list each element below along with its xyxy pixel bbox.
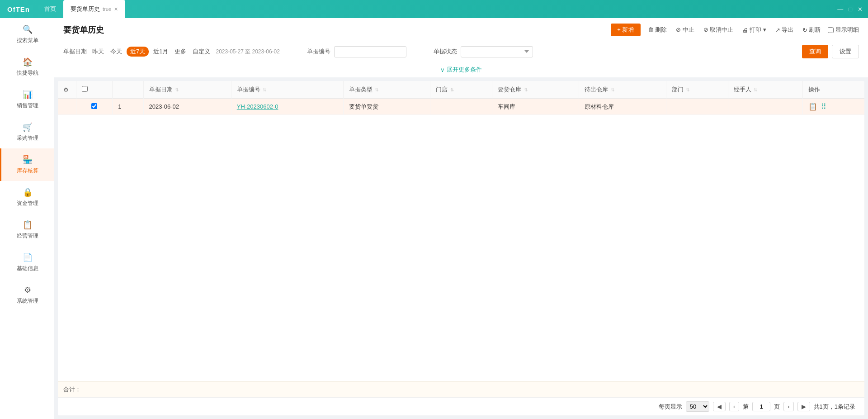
- pagination-bar: 每页显示 10 20 50 100 ◀ ‹ 第 页 › ▶ 共1页，1条记录: [58, 397, 864, 415]
- sidebar-item-purchase-mgmt[interactable]: 🛒 采购管理: [0, 116, 54, 148]
- view-action-icon[interactable]: 📋: [808, 102, 817, 111]
- table-container: ⚙ 单据日期 ⇅ 单据编号 ⇅: [58, 81, 864, 415]
- first-page-btn[interactable]: ◀: [713, 402, 726, 411]
- inventory-icon: 🏪: [23, 155, 33, 165]
- show-detail-checkbox[interactable]: [828, 27, 834, 33]
- row-checkbox[interactable]: [91, 103, 97, 109]
- col-department[interactable]: 部门 ⇅: [666, 81, 728, 99]
- data-table: ⚙ 单据日期 ⇅ 单据编号 ⇅: [58, 81, 864, 115]
- add-button[interactable]: + 新增: [611, 24, 640, 36]
- edit-action-icon[interactable]: ⠿: [821, 102, 826, 111]
- table-scroll[interactable]: ⚙ 单据日期 ⇅ 单据编号 ⇅: [58, 81, 864, 381]
- date-opt-more[interactable]: 更多: [173, 47, 188, 57]
- sidebar-item-label: 库存核算: [17, 167, 38, 175]
- cell-checkbox: [76, 99, 113, 115]
- toolbar: + 新增 🗑 删除 ⊘ 中止 ⊘ 取消中止 🖨 🖨 打印 打印 ▾ ↗ 导出 ↻…: [611, 24, 859, 36]
- tab-requisition-history[interactable]: 要货单历史 true ✕: [63, 0, 125, 18]
- page-label: 第: [743, 403, 749, 411]
- export-button[interactable]: ↗ 导出: [774, 26, 795, 34]
- sort-icon: ⇅: [524, 87, 528, 92]
- refresh-icon: ↻: [802, 27, 807, 33]
- date-opt-custom[interactable]: 自定义: [191, 47, 212, 57]
- sort-icon: ⇅: [263, 87, 266, 92]
- cell-doc-date: 2023-06-02: [143, 99, 231, 115]
- sort-icon: ⇅: [754, 87, 757, 92]
- sidebar-item-finance-mgmt[interactable]: 🔒 资金管理: [0, 181, 54, 214]
- page-unit: 页: [774, 403, 780, 411]
- footer-total-label: 合计：: [63, 386, 81, 393]
- sort-icon: ⇅: [450, 87, 454, 92]
- doc-status-select[interactable]: [461, 46, 533, 57]
- delete-button[interactable]: 🗑 删除: [646, 26, 669, 34]
- doc-status-label: 单据状态: [434, 48, 457, 56]
- tab-close-icon[interactable]: true: [103, 6, 111, 12]
- table-row: 1 2023-06-02 YH-20230602-0 要货单要货 车间库 原材料…: [58, 99, 864, 115]
- doc-number-input[interactable]: [334, 46, 406, 57]
- prev-page-btn[interactable]: ‹: [729, 402, 739, 411]
- close-btn[interactable]: ✕: [858, 6, 863, 13]
- sidebar-item-operations-mgmt[interactable]: 📋 经营管理: [0, 214, 54, 246]
- doc-number-link[interactable]: YH-20230602-0: [237, 103, 278, 110]
- cell-index: 1: [113, 99, 143, 115]
- col-doc-type[interactable]: 单据类型 ⇅: [343, 81, 430, 99]
- sidebar: 🔍 搜索菜单 🏠 快捷导航 📊 销售管理 🛒 采购管理 🏪 库存核算 🔒 资金管…: [0, 18, 54, 419]
- date-opt-last7days[interactable]: 近7天: [127, 47, 149, 57]
- next-page-btn[interactable]: ›: [783, 402, 793, 411]
- date-options: 昨天 今天 近7天 近1月 更多 自定义: [90, 47, 212, 57]
- col-doc-date[interactable]: 单据日期 ⇅: [143, 81, 231, 99]
- sidebar-item-basic-info[interactable]: 📄 基础信息: [0, 246, 54, 279]
- current-page-input[interactable]: [752, 402, 770, 411]
- stop-button[interactable]: ⊘ 中止: [674, 26, 696, 34]
- expand-more-btn[interactable]: ∨ 展开更多条件: [63, 62, 859, 77]
- sidebar-item-label: 搜索菜单: [17, 37, 38, 44]
- sidebar-item-search-menu[interactable]: 🔍 搜索菜单: [0, 18, 54, 51]
- date-opt-last1month[interactable]: 近1月: [151, 47, 170, 57]
- col-pending-warehouse[interactable]: 待出仓库 ⇅: [579, 81, 666, 99]
- doc-status-filter-group: 单据状态: [434, 46, 533, 57]
- action-icons: 📋 ⠿: [808, 102, 859, 111]
- basic-info-icon: 📄: [23, 252, 33, 262]
- show-detail-toggle[interactable]: 显示明细: [828, 26, 859, 34]
- sidebar-item-sales-mgmt[interactable]: 📊 销售管理: [0, 83, 54, 116]
- date-range-display: 2023-05-27 至 2023-06-02: [216, 48, 279, 56]
- date-opt-yesterday[interactable]: 昨天: [90, 47, 106, 57]
- search-menu-icon: 🔍: [23, 24, 33, 34]
- col-settings[interactable]: ⚙: [58, 81, 76, 99]
- tab-close-btn[interactable]: ✕: [114, 6, 118, 12]
- cell-doc-type: 要货单要货: [343, 99, 430, 115]
- sidebar-item-label: 经营管理: [17, 232, 38, 240]
- operations-icon: 📋: [23, 220, 33, 230]
- page-size-select[interactable]: 10 20 50 100: [686, 401, 709, 412]
- sort-icon: ⇅: [375, 87, 378, 92]
- col-doc-number[interactable]: 单据编号 ⇅: [231, 81, 343, 99]
- show-detail-label: 显示明细: [835, 26, 859, 34]
- sidebar-item-label: 系统管理: [17, 297, 38, 305]
- settings-button[interactable]: 设置: [832, 45, 859, 58]
- refresh-button[interactable]: ↻ 刷新: [801, 26, 822, 34]
- page-title: 要货单历史: [63, 24, 104, 35]
- query-button[interactable]: 查询: [802, 45, 828, 58]
- last-page-btn[interactable]: ▶: [797, 402, 810, 411]
- main-layout: 🔍 搜索菜单 🏠 快捷导航 📊 销售管理 🛒 采购管理 🏪 库存核算 🔒 资金管…: [0, 18, 868, 419]
- cancel-stop-button[interactable]: ⊘ 取消中止: [702, 26, 736, 34]
- print-button[interactable]: 🖨 🖨 打印 打印 ▾: [741, 26, 768, 34]
- select-all-checkbox[interactable]: [82, 86, 88, 92]
- doc-number-filter-group: 单据编号: [307, 46, 406, 57]
- minimize-btn[interactable]: —: [837, 6, 843, 13]
- date-opt-today[interactable]: 今天: [108, 47, 124, 57]
- sales-icon: 📊: [23, 90, 33, 100]
- maximize-btn[interactable]: □: [849, 6, 852, 13]
- sidebar-item-system-mgmt[interactable]: ⚙ 系统管理: [0, 279, 54, 311]
- sort-icon: ⇅: [175, 87, 179, 92]
- sidebar-item-label: 基础信息: [17, 265, 38, 272]
- tab-home[interactable]: 首页: [37, 0, 63, 18]
- col-req-warehouse[interactable]: 要货仓库 ⇅: [492, 81, 579, 99]
- col-store[interactable]: 门店 ⇅: [430, 81, 492, 99]
- sort-icon: ⇅: [686, 87, 689, 92]
- window-controls: — □ ✕: [837, 6, 868, 13]
- sidebar-item-quick-nav[interactable]: 🏠 快捷导航: [0, 51, 54, 83]
- sidebar-item-inventory[interactable]: 🏪 库存核算: [0, 148, 54, 181]
- brand-logo: OfTEn: [0, 5, 37, 13]
- col-handler[interactable]: 经手人 ⇅: [728, 81, 802, 99]
- content-area: 要货单历史 + 新增 🗑 删除 ⊘ 中止 ⊘ 取消中止 🖨 🖨 打印 打印 ▾ …: [54, 18, 868, 419]
